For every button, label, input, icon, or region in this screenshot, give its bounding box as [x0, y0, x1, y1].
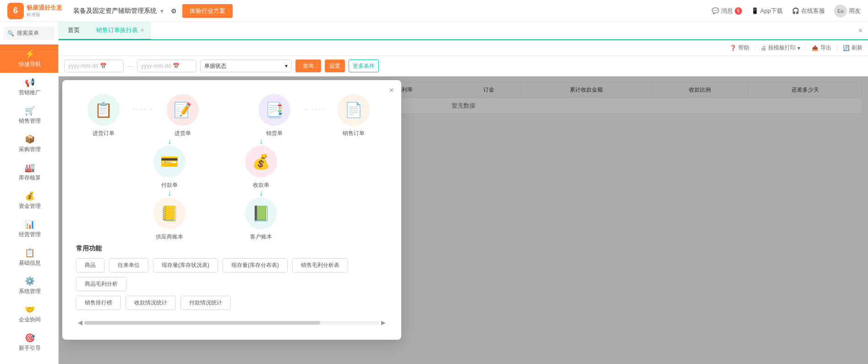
arrow-left-1: ← - - - - — [302, 106, 326, 125]
message-item[interactable]: 💬 消息 6 — [712, 7, 742, 15]
message-icon: 💬 — [712, 7, 719, 14]
supplier-ledger-circle: 📒 — [153, 197, 186, 229]
sales-receipt-circle: 📑 — [258, 94, 290, 126]
sidebar-item-basic-info[interactable]: 📋 基础信息 — [0, 243, 58, 272]
modal-close-button[interactable]: × — [389, 86, 394, 95]
arrow-right-1: - - - - → — [131, 106, 155, 125]
date-end-input[interactable]: yyyy-mm-dd 📅 — [137, 60, 197, 72]
search-menu-button[interactable]: 🔍 搜索菜单 — [4, 27, 55, 40]
help-icon: ❓ — [730, 45, 737, 51]
sales-icon: 🛒 — [25, 106, 35, 116]
payment-voucher-circle: 💳 — [153, 146, 186, 178]
purchase-order-node[interactable]: 📋 进货订单 — [76, 94, 131, 137]
sidebar: 🔍 搜索菜单 ⚡ 快捷导航 📢 营销推广 🛒 销售管理 📦 采购管理 — [0, 22, 59, 364]
top-header: 6 畅康通好生意 标准版 装备及固定资产辅助管理系统 ▾ ⚙ 体验行业方案 💬 … — [0, 0, 868, 22]
quick-nav-icon: ⚡ — [25, 49, 35, 59]
tab-sales-order[interactable]: 销售订单执行表 × — [89, 22, 151, 40]
calendar-icon-2: 📅 — [173, 63, 180, 69]
func-btn-sales-profit[interactable]: 销售毛利分析表 — [292, 258, 348, 272]
func-btn-payment-stats[interactable]: 付款情况统计 — [180, 296, 231, 310]
sales-order-node[interactable]: 📄 销售订单 — [326, 94, 381, 137]
supplier-ledger-node[interactable]: 📒 供应商账本 — [142, 197, 197, 241]
print-dropdown-icon: ▾ — [797, 45, 800, 51]
online-service-item[interactable]: 🎧 在线客服 — [792, 7, 825, 15]
flow-arrows-row: ↓ ↓ — [76, 137, 388, 146]
scrollbar-thumb[interactable] — [84, 321, 320, 325]
purchase-receipt-label: 进货单 — [175, 130, 191, 137]
page-content: 品 商品 金额 预估毛利 预估毛利率 订金 累计收款金额 收款比例 还差多少天 — [59, 76, 868, 364]
sidebar-item-marketing[interactable]: 📢 营销推广 — [0, 73, 58, 101]
function-buttons-row-1: 商品 往来单位 现存量(库存状况表) 现存量(库存分布表) 销售毛利分析表 商品… — [76, 258, 388, 291]
order-status-select[interactable]: 单据状态 ▾ — [200, 60, 292, 72]
flow-row-1: 📋 进货订单 - - - - → 📝 进货单 — [76, 94, 388, 137]
payment-voucher-label: 付款单 — [161, 181, 178, 189]
app-container: 6 畅康通好生意 标准版 装备及固定资产辅助管理系统 ▾ ⚙ 体验行业方案 💬 … — [0, 0, 868, 364]
trial-button[interactable]: 体验行业方案 — [182, 4, 233, 18]
sidebar-item-finance[interactable]: 💰 资金管理 — [0, 186, 58, 215]
receipt-voucher-circle: 💰 — [245, 146, 277, 178]
common-functions: 常用功能 商品 往来单位 现存量(库存状况表) 现存量(库存分布表) 销售毛利分… — [76, 244, 388, 310]
purchase-receipt-node[interactable]: 📝 进货单 — [155, 94, 210, 137]
sidebar-item-sales[interactable]: 🛒 销售管理 — [0, 101, 58, 130]
down-arrow-purchase: ↓ — [168, 137, 171, 146]
sales-receipt-node[interactable]: 📑 销货单 — [247, 94, 302, 137]
scrollbar-track[interactable] — [84, 321, 379, 325]
func-btn-contacts[interactable]: 往来单位 — [109, 258, 148, 272]
sidebar-item-quick-nav[interactable]: ⚡ 快捷导航 — [0, 44, 58, 73]
scrollbar-left-arrow[interactable]: ◀ — [76, 319, 84, 326]
flow-row-2: 💳 付款单 💰 收款单 — [76, 146, 388, 189]
inventory-icon: 🏭 — [25, 163, 35, 173]
func-btn-product[interactable]: 商品 — [76, 258, 104, 272]
sidebar-item-inventory[interactable]: 🏭 库存核算 — [0, 158, 58, 186]
flow-row-3: 📒 供应商账本 📗 客户账本 — [76, 197, 388, 241]
close-all-tabs-button[interactable]: × — [853, 22, 868, 40]
basic-info-icon: 📋 — [25, 248, 35, 258]
sales-order-label: 销售订单 — [343, 130, 365, 137]
func-btn-sales-ranking[interactable]: 销售排行榜 — [76, 296, 121, 310]
app-download-icon: 📱 — [751, 7, 759, 14]
operations-icon: 📊 — [25, 219, 35, 229]
sidebar-item-purchase[interactable]: 📦 采购管理 — [0, 130, 58, 158]
flow-arrows-row-2: ↓ ↓ — [76, 189, 388, 197]
function-buttons-row-2: 销售排行榜 收款情况统计 付款情况统计 — [76, 296, 388, 310]
func-btn-product-profit[interactable]: 商品毛利分析 — [76, 277, 126, 291]
avatar: Ea — [834, 5, 847, 17]
modal-scrollbar: ◀ ▶ — [76, 319, 388, 326]
headset-icon: 🎧 — [792, 7, 799, 14]
date-start-input[interactable]: yyyy-mm-dd 📅 — [64, 60, 124, 72]
marketing-icon: 📢 — [25, 77, 35, 87]
logo-text: 畅康通好生意 标准版 — [27, 4, 62, 18]
tab-close-icon[interactable]: × — [141, 27, 144, 33]
func-btn-stock-dist[interactable]: 现存量(库存分布表) — [223, 258, 288, 272]
template-print-button[interactable]: 🖨 按模板打印 ▾ — [761, 44, 800, 52]
customer-ledger-node[interactable]: 📗 客户账本 — [234, 197, 289, 241]
supplier-ledger-label: 供应商账本 — [156, 233, 183, 241]
settings-icon[interactable]: ⚙ — [171, 7, 177, 15]
tab-home[interactable]: 首页 — [59, 22, 89, 40]
logo-area: 6 畅康通好生意 标准版 — [7, 3, 66, 19]
help-button[interactable]: ❓ 帮助 — [730, 44, 749, 52]
refresh-button[interactable]: 🔄 刷新 — [843, 44, 863, 52]
receipt-voucher-node[interactable]: 💰 收款单 — [234, 146, 289, 189]
export-button[interactable]: 📤 导出 — [812, 44, 831, 52]
system-name: 装备及固定资产辅助管理系统 ▾ ⚙ — [73, 7, 177, 15]
sidebar-item-beginner[interactable]: 🎯 新手引导 — [0, 328, 58, 357]
sidebar-item-system[interactable]: ⚙️ 系统管理 — [0, 272, 58, 300]
payment-voucher-node[interactable]: 💳 付款单 — [142, 146, 197, 189]
toolbar-separator-2 — [806, 44, 806, 51]
user-item[interactable]: Ea 用友 — [834, 5, 861, 17]
down-arrow-sales: ↓ — [259, 137, 263, 146]
settings-filter-button[interactable]: 设置 — [325, 60, 345, 72]
more-conditions-button[interactable]: 更多条件 — [349, 60, 379, 72]
func-btn-receipt-stats[interactable]: 收款情况统计 — [126, 296, 176, 310]
app-download-item[interactable]: 📱 App下载 — [751, 7, 783, 15]
func-btn-stock-status[interactable]: 现存量(库存状况表) — [153, 258, 218, 272]
sidebar-item-enterprise[interactable]: 🤝 企业协同 — [0, 300, 58, 328]
customer-ledger-label: 客户账本 — [250, 233, 272, 241]
sidebar-item-operations[interactable]: 📊 经营管理 — [0, 215, 58, 243]
search-icon: 🔍 — [7, 30, 14, 37]
logo-icon: 6 — [7, 3, 24, 19]
dropdown-arrow-icon[interactable]: ▾ — [160, 7, 164, 15]
search-button[interactable]: 查询 — [295, 60, 321, 72]
scrollbar-right-arrow[interactable]: ▶ — [379, 319, 388, 326]
